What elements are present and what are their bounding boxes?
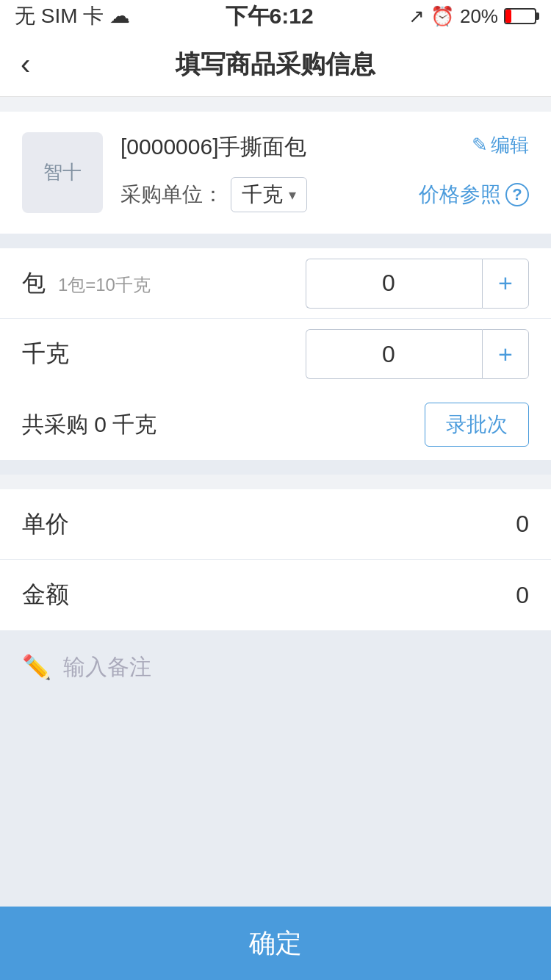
status-time: 下午6:12 [226,1,314,32]
record-batch-button[interactable]: 录批次 [425,403,529,447]
unit-value: 千克 [242,181,283,209]
amount-value: 0 [516,582,529,609]
unit-price-value: 0 [516,511,529,538]
status-left: 无 SIM 卡 ☁ [15,2,130,30]
bag-input-row: 包 1包=10千克 + [0,248,551,319]
edit-button[interactable]: ✎ 编辑 [472,132,529,158]
back-button[interactable]: ‹ [21,48,30,81]
kg-input-row: 千克 + [0,319,551,389]
location-icon: ↗ [408,5,425,28]
battery-percent: 20% [460,5,498,28]
bag-label: 包 1包=10千克 [22,267,306,300]
unit-dropdown-icon: ▾ [289,186,296,203]
edit-icon: ✎ [472,134,488,156]
product-unit-row: 采购单位： 千克 ▾ 价格参照 ? [120,177,529,212]
kg-input-wrap: + [306,329,529,379]
kg-plus-button[interactable]: + [482,329,529,379]
unit-price-label: 单价 [22,508,69,541]
amount-row: 金额 0 [0,560,551,630]
product-image-text: 智十 [43,160,82,185]
bag-input-wrap: + [306,259,529,309]
page-title: 填写商品采购信息 [176,48,375,82]
remark-section[interactable]: ✏️ 输入备注 [0,630,551,704]
product-header: [0000006]手撕面包 ✎ 编辑 [120,132,529,162]
product-info: [0000006]手撕面包 ✎ 编辑 采购单位： 千克 ▾ 价格参照 ? [120,132,529,212]
bag-plus-button[interactable]: + [482,259,529,309]
battery-icon [504,8,536,24]
status-bar: 无 SIM 卡 ☁ 下午6:12 ↗ ⏰ 20% [0,0,551,32]
confirm-button[interactable]: 确定 [0,907,551,980]
sim-label: 无 SIM 卡 ☁ [15,2,130,30]
unit-select[interactable]: 千克 ▾ [231,177,307,212]
product-name: [0000006]手撕面包 [120,132,472,162]
price-reference-button[interactable]: 价格参照 ? [419,181,529,209]
bag-input[interactable] [306,259,482,309]
status-right: ↗ ⏰ 20% [408,5,536,28]
summary-text: 共采购 0 千克 [22,410,156,440]
price-section: 单价 0 金额 0 [0,489,551,630]
section-divider-1 [0,234,551,248]
kg-input[interactable] [306,329,482,379]
kg-label: 千克 [22,338,306,370]
bag-sub-label: 1包=10千克 [58,275,151,295]
pencil-icon: ✏️ [22,653,51,681]
remark-placeholder: 输入备注 [63,652,151,682]
amount-label: 金额 [22,579,69,611]
summary-row: 共采购 0 千克 录批次 [0,389,551,460]
nav-bar: ‹ 填写商品采购信息 [0,32,551,97]
section-divider-2 [0,460,551,475]
alarm-icon: ⏰ [431,5,454,28]
price-ref-info-icon: ? [505,183,529,206]
price-ref-label: 价格参照 [419,181,501,209]
input-section: 包 1包=10千克 + 千克 + [0,248,551,389]
product-card: 智十 [0000006]手撕面包 ✎ 编辑 采购单位： 千克 ▾ [0,112,551,234]
unit-label: 采购单位： [120,181,223,209]
unit-price-row: 单价 0 [0,489,551,560]
product-image: 智十 [22,132,103,213]
empty-space [0,704,551,924]
